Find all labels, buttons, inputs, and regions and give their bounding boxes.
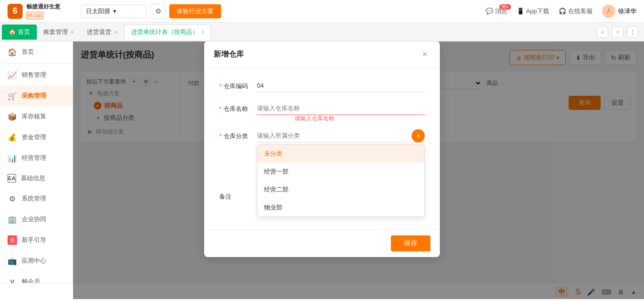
basic-info-icon: EA — [8, 174, 16, 183]
purchase-icon: 🛒 — [8, 91, 17, 100]
sidebar-item-inventory[interactable]: 📦 库存核算 — [0, 106, 73, 127]
category-label-text: 仓库分类 — [223, 133, 248, 140]
category-label: * 仓库分类 — [219, 129, 257, 141]
topbar: 6 畅捷通好生意 精品版 日太阳膜 ▾ ⚙ 体验行业方案 💬 消息 99+ 📱 … — [0, 0, 644, 23]
app-label: App下载 — [526, 7, 549, 16]
sidebar-item-finance-label: 资金管理 — [22, 133, 46, 142]
service-label: 在线客服 — [568, 7, 593, 16]
topbar-center: 日太阳膜 ▾ ⚙ 体验行业方案 — [81, 4, 486, 19]
modal-add-warehouse: 新增仓库 × * 仓库编码 * — [204, 42, 440, 257]
sidebar-item-purchase[interactable]: 🛒 采购管理 — [0, 85, 73, 106]
tab-purchase-stat-close[interactable]: × — [201, 29, 204, 35]
sidebar-item-home[interactable]: 🏠 首页 — [0, 42, 73, 62]
tabbar-right: ‹ › ⋮ — [597, 26, 642, 38]
dropdown-option-dept1[interactable]: 经营一部 — [257, 163, 424, 181]
sidebar-item-system[interactable]: ⚙ 系统管理 — [0, 188, 73, 209]
store-name: 日太阳膜 — [86, 7, 110, 16]
trial-button[interactable]: 体验行业方案 — [169, 4, 221, 18]
sidebar-item-app-center[interactable]: 📺 应用中心 — [0, 250, 73, 271]
app-center-icon: 📺 — [8, 256, 17, 266]
logo-icon: 6 — [8, 4, 23, 19]
chevron-down-icon: ▾ — [113, 8, 116, 15]
dropdown-option-dept2[interactable]: 经营二部 — [257, 181, 424, 199]
required-star-3: * — [219, 133, 222, 140]
sidebar-item-sales-label: 销售管理 — [22, 71, 46, 79]
code-input[interactable] — [257, 79, 425, 92]
sidebar-item-guide-label: 新手引导 — [22, 236, 46, 244]
avatar: 人 — [602, 5, 615, 18]
category-select-wrap: ∧ 未分类 经营一部 经营二部 物业部 — [257, 129, 425, 142]
sidebar-item-guide[interactable]: 新 新手引导 — [0, 230, 73, 250]
sidebar-item-inventory-label: 库存核算 — [22, 112, 46, 121]
logo-text: 畅捷通好生意 精品版 — [26, 3, 60, 19]
form-row-category: * 仓库分类 ∧ 未分类 经营一部 经营二部 物业部 — [219, 129, 425, 142]
category-dropdown: 未分类 经营一部 经营二部 物业部 — [257, 144, 425, 217]
tab-home[interactable]: 🏠 首页 — [2, 25, 37, 40]
tab-purchase-return-close[interactable]: × — [114, 29, 117, 35]
logo-area: 6 畅捷通好生意 精品版 — [8, 3, 81, 19]
dropdown-option-unclassified[interactable]: 未分类 — [257, 145, 424, 163]
form-row-name: * 仓库名称 请输入仓库名称 — [219, 102, 425, 115]
modal-body: * 仓库编码 * 仓库名称 请输入仓库名称 — [204, 68, 440, 229]
category-input[interactable] — [257, 129, 425, 142]
name-error-msg: 请输入仓库名称 — [295, 115, 334, 123]
tab-purchase-stat[interactable]: 进货单统计表（按商品） × — [124, 25, 211, 40]
tab-left-arrow[interactable]: ‹ — [597, 26, 608, 38]
service-button[interactable]: 🎧 在线客服 — [559, 7, 593, 16]
sidebar-item-purchase-label: 采购管理 — [22, 92, 46, 100]
sales-icon: 📈 — [8, 70, 17, 80]
user-area[interactable]: 人 徐泽华 — [602, 5, 636, 18]
tab-accounts-close[interactable]: × — [71, 29, 74, 35]
divider — [0, 63, 73, 64]
company-name: 畅捷通好生意 — [26, 3, 60, 11]
required-star-2: * — [219, 105, 222, 112]
name-input[interactable] — [257, 102, 425, 115]
sidebar-item-enterprise-label: 企业协同 — [22, 215, 46, 224]
sidebar-item-enterprise[interactable]: 🏢 企业协同 — [0, 209, 73, 230]
message-badge: 99+ — [499, 4, 511, 9]
sidebar-item-operation-label: 经营管理 — [22, 154, 46, 162]
app-badge: 精品版 — [26, 12, 43, 19]
topbar-right: 💬 消息 99+ 📱 App下载 🎧 在线客服 人 徐泽华 — [486, 5, 636, 18]
name-label-text: 仓库名称 — [223, 105, 248, 112]
app-download-button[interactable]: 📱 App下载 — [517, 7, 549, 16]
dropdown-option-property[interactable]: 物业部 — [257, 199, 424, 217]
sidebar-item-finance[interactable]: 💰 资金管理 — [0, 127, 73, 148]
gear-button[interactable]: ⚙ — [150, 4, 165, 19]
sidebar-item-app-center-label: 应用中心 — [22, 257, 46, 265]
message-button[interactable]: 💬 消息 99+ — [486, 7, 507, 16]
code-label: * 仓库编码 — [219, 79, 257, 91]
remark-label-text: 备注 — [219, 193, 231, 200]
tab-accounts-label: 账套管理 — [43, 28, 68, 36]
tab-accounts[interactable]: 账套管理 × — [37, 25, 80, 40]
message-icon: 💬 — [486, 8, 493, 15]
home-icon: 🏠 — [8, 28, 16, 35]
sidebar-item-basic-info[interactable]: EA 基础信息 — [0, 168, 73, 188]
mobile-icon: 📱 — [517, 8, 524, 15]
sidebar-item-sales[interactable]: 📈 销售管理 — [0, 65, 73, 85]
code-label-text: 仓库编码 — [223, 83, 248, 90]
save-button[interactable]: 保存 — [391, 235, 430, 251]
inventory-icon: 📦 — [8, 112, 17, 121]
tab-home-label: 首页 — [18, 28, 30, 36]
tab-right-arrow[interactable]: › — [612, 26, 623, 38]
tab-purchase-return[interactable]: 进货退货 × — [80, 25, 124, 40]
username: 徐泽华 — [618, 7, 636, 16]
modal-header: 新增仓库 × — [204, 42, 440, 68]
system-icon: ⚙ — [8, 194, 17, 203]
gear-icon: ⚙ — [155, 7, 161, 16]
tab-purchase-return-label: 进货退货 — [87, 28, 111, 36]
category-toggle-button[interactable]: ∧ — [412, 129, 425, 142]
home-icon: 🏠 — [8, 47, 17, 57]
sidebar-item-system-label: 系统管理 — [22, 194, 46, 203]
modal-close-button[interactable]: × — [419, 49, 430, 60]
tab-menu-arrow[interactable]: ⋮ — [627, 26, 638, 38]
enterprise-icon: 🏢 — [8, 215, 17, 224]
name-field-wrap: 请输入仓库名称 — [257, 102, 425, 115]
required-star: * — [219, 83, 222, 90]
sidebar-item-basic-info-label: 基础信息 — [21, 174, 45, 183]
store-selector[interactable]: 日太阳膜 ▾ — [81, 5, 147, 18]
sidebar-item-home-label: 首页 — [22, 48, 34, 56]
main-layout: 🏠 首页 📈 销售管理 🛒 采购管理 📦 库存核算 💰 资金管理 📊 经营管理 … — [0, 42, 644, 300]
sidebar-item-operation[interactable]: 📊 经营管理 — [0, 148, 73, 168]
